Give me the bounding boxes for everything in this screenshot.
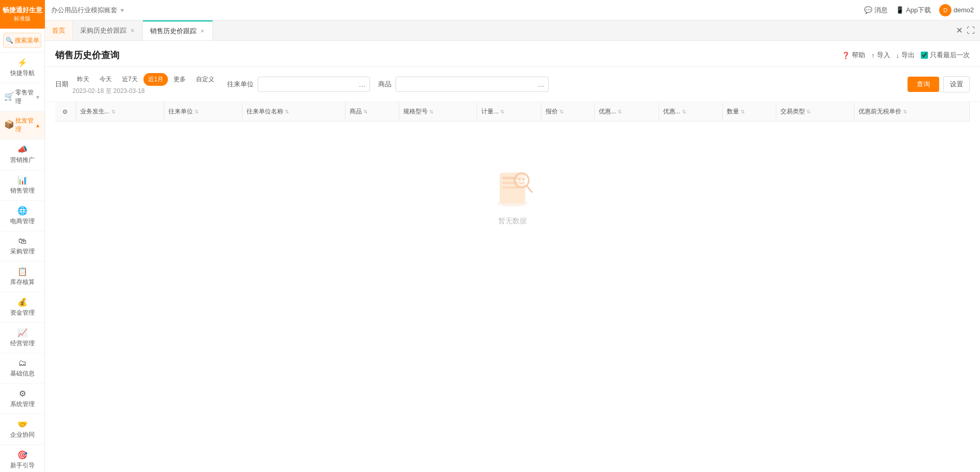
data-table: ⚙ 业务发生... ⇅ 往来单位 ⇅ bbox=[55, 102, 970, 122]
page-title: 销售历史价查询 bbox=[55, 49, 119, 61]
table-col-gear[interactable]: ⚙ bbox=[55, 102, 76, 122]
sidebar-item-guide[interactable]: 🎯 新手引导 bbox=[0, 445, 44, 472]
last-only-checkbox[interactable] bbox=[921, 52, 928, 59]
shortcut-icon: ⚡ bbox=[17, 58, 28, 67]
tab-close-purchase-history[interactable]: × bbox=[130, 26, 135, 35]
table-col-trade-type[interactable]: 交易类型 ⇅ bbox=[776, 102, 854, 122]
settings-button[interactable]: 设置 bbox=[943, 76, 970, 92]
table-col-price[interactable]: 报价 ⇅ bbox=[541, 102, 595, 122]
table-header: ⚙ 业务发生... ⇅ 往来单位 ⇅ bbox=[55, 102, 970, 122]
sort-icon: ⇅ bbox=[618, 109, 622, 114]
page-actions: ❓ 帮助 ↑ 导入 ↓ 导出 只看最后一次 bbox=[842, 51, 970, 60]
user-avatar-button[interactable]: D demo2 bbox=[939, 4, 974, 16]
sort-icon: ⇅ bbox=[285, 109, 289, 114]
sidebar-search-section: 🔍 搜索菜单 bbox=[0, 29, 44, 53]
no-data-svg bbox=[487, 162, 538, 208]
sort-icon: ⇅ bbox=[429, 109, 433, 114]
table-col-partner-code[interactable]: 往来单位 ⇅ bbox=[164, 102, 242, 122]
tab-fullscreen-button[interactable]: ⛶ bbox=[967, 26, 975, 35]
message-button[interactable]: 💬 消息 bbox=[864, 6, 888, 15]
goods-input-wrap[interactable]: ... bbox=[396, 77, 549, 92]
collab-icon: 🤝 bbox=[17, 419, 28, 429]
partner-filter-group: 往来单位 ... bbox=[227, 77, 370, 92]
wholesale-icon: 📦 bbox=[4, 120, 14, 129]
home-tab-label: 首页 bbox=[52, 26, 65, 35]
sidebar-item-purchase[interactable]: 🛍 采购管理 bbox=[0, 231, 44, 262]
tab-home[interactable]: 首页 bbox=[45, 20, 73, 40]
last-only-label[interactable]: 只看最后一次 bbox=[930, 51, 970, 60]
table-col-spec[interactable]: 规格型号 ⇅ bbox=[399, 102, 477, 122]
tabs-bar: 首页 采购历史价跟踪 × 销售历史价跟踪 × ✕ ⛶ bbox=[45, 20, 980, 41]
tab-sales-history[interactable]: 销售历史价跟踪 × bbox=[143, 20, 213, 40]
main-content: 销售历史价查询 ❓ 帮助 ↑ 导入 ↓ 导出 只看最后一次 日期 bbox=[45, 41, 980, 472]
sort-icon: ⇅ bbox=[194, 109, 199, 114]
date-btn-today[interactable]: 今天 bbox=[95, 73, 116, 86]
finance-icon: 💰 bbox=[17, 297, 28, 307]
partner-input[interactable] bbox=[262, 81, 357, 88]
table-col-qty[interactable]: 数量 ⇅ bbox=[722, 102, 776, 122]
help-button[interactable]: ❓ 帮助 bbox=[842, 51, 865, 60]
table-gear-icon[interactable]: ⚙ bbox=[62, 108, 68, 115]
tab-close-sales-history[interactable]: × bbox=[200, 27, 205, 36]
sidebar-item-ecommerce[interactable]: 🌐 电商管理 bbox=[0, 201, 44, 231]
search-menu-button[interactable]: 🔍 搜索菜单 bbox=[3, 33, 41, 48]
sort-icon: ⇅ bbox=[682, 109, 686, 114]
filter-bar: 日期 昨天 今天 近7天 近1月 更多 自定义 2023-02-18 至 202… bbox=[45, 67, 980, 102]
date-btn-1month[interactable]: 近1月 bbox=[143, 73, 168, 86]
sidebar-item-collab[interactable]: 🤝 企业协同 bbox=[0, 414, 44, 445]
svg-point-6 bbox=[517, 175, 527, 185]
empty-state: 暂无数据 bbox=[55, 122, 970, 267]
goods-dots-icon[interactable]: ... bbox=[537, 80, 544, 89]
sort-icon: ⇅ bbox=[363, 109, 368, 114]
sidebar-item-sales-mgmt[interactable]: 📊 销售管理 bbox=[0, 170, 44, 201]
sort-icon: ⇅ bbox=[559, 109, 564, 114]
date-btn-yesterday[interactable]: 昨天 bbox=[72, 73, 94, 86]
inventory-icon: 📋 bbox=[17, 267, 28, 276]
guide-icon: 🎯 bbox=[17, 450, 28, 460]
table-col-discount2[interactable]: 优惠... ⇅ bbox=[658, 102, 722, 122]
sidebar-item-basic[interactable]: 🗂 基础信息 bbox=[0, 353, 44, 384]
import-button[interactable]: ↑ 导入 bbox=[871, 51, 890, 60]
account-name: 办公用品行业模拟账套 bbox=[51, 6, 117, 15]
app-download-button[interactable]: 📱 App下载 bbox=[896, 6, 931, 15]
table-container: ⚙ 业务发生... ⇅ 往来单位 ⇅ bbox=[45, 102, 980, 267]
date-btn-more[interactable]: 更多 bbox=[169, 73, 190, 86]
tabs-right-actions: ✕ ⛶ bbox=[951, 20, 980, 40]
topbar-right: 💬 消息 📱 App下载 D demo2 bbox=[864, 4, 974, 16]
query-button[interactable]: 查询 bbox=[908, 77, 939, 92]
date-filter-group: 日期 昨天 今天 近7天 近1月 更多 自定义 2023-02-18 至 202… bbox=[55, 73, 219, 96]
sidebar-item-marketing[interactable]: 📣 营销推广 bbox=[0, 139, 44, 170]
sidebar-item-retail[interactable]: 🛒 零售管理 ▼ bbox=[0, 83, 44, 111]
partner-input-wrap[interactable]: ... bbox=[258, 77, 370, 92]
svg-line-7 bbox=[527, 186, 532, 192]
sidebar-item-operations[interactable]: 📈 经营管理 bbox=[0, 323, 44, 353]
goods-label: 商品 bbox=[378, 80, 391, 89]
filter-actions: 查询 设置 bbox=[908, 76, 970, 92]
sidebar: 畅捷通好生意 标准版 🔍 搜索菜单 ⚡ 快捷导航 🛒 零售管理 ▼ 📦 批发管理… bbox=[0, 0, 45, 472]
tab-purchase-history[interactable]: 采购历史价跟踪 × bbox=[73, 20, 143, 40]
goods-filter-group: 商品 ... bbox=[378, 77, 549, 92]
table-col-goods[interactable]: 商品 ⇅ bbox=[346, 102, 399, 122]
marketing-icon: 📣 bbox=[17, 145, 28, 154]
sort-icon: ⇅ bbox=[903, 109, 907, 114]
retail-icon: 🛒 bbox=[4, 91, 14, 101]
date-btn-7days[interactable]: 近7天 bbox=[117, 73, 142, 86]
partner-dots-icon[interactable]: ... bbox=[359, 80, 365, 89]
table-col-pretax-price[interactable]: 优惠前无税单价 ⇅ bbox=[854, 102, 969, 122]
sidebar-item-finance[interactable]: 💰 资金管理 bbox=[0, 292, 44, 323]
sidebar-item-inventory[interactable]: 📋 库存核算 bbox=[0, 262, 44, 292]
sidebar-item-system[interactable]: ⚙ 系统管理 bbox=[0, 384, 44, 414]
sidebar-item-shortcut[interactable]: ⚡ 快捷导航 bbox=[0, 53, 44, 83]
table-col-unit[interactable]: 计量... ⇅ bbox=[477, 102, 541, 122]
operations-icon: 📈 bbox=[17, 328, 28, 338]
goods-input[interactable] bbox=[400, 81, 535, 88]
dropdown-icon[interactable]: ▼ bbox=[119, 7, 125, 13]
table-col-discount1[interactable]: 优惠... ⇅ bbox=[595, 102, 658, 122]
tab-close-all-button[interactable]: ✕ bbox=[956, 26, 963, 35]
table-col-partner-name[interactable]: 往来单位名称 ⇅ bbox=[242, 102, 346, 122]
table-col-biz-date[interactable]: 业务发生... ⇅ bbox=[76, 102, 164, 122]
export-button[interactable]: ↓ 导出 bbox=[896, 51, 915, 60]
date-btn-custom[interactable]: 自定义 bbox=[191, 73, 219, 86]
topbar-title[interactable]: 办公用品行业模拟账套 ▼ bbox=[51, 6, 125, 15]
sidebar-item-wholesale[interactable]: 📦 批发管理 ▲ bbox=[0, 111, 44, 139]
